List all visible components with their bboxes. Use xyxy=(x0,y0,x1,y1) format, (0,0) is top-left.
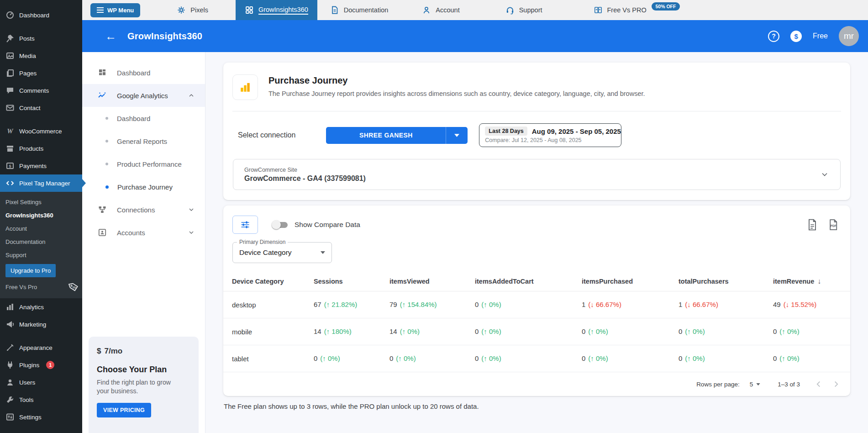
column-header-item-revenue[interactable]: itemRevenue ↓ xyxy=(773,277,850,285)
nav-label: General Reports xyxy=(117,137,167,145)
help-icon[interactable]: ? xyxy=(768,31,779,42)
column-header-items-added-to-cart[interactable]: itemsAddedToCart xyxy=(475,278,582,285)
metric-cell: 0(↑ 0%) xyxy=(582,354,679,363)
site-select[interactable]: GrowCommerce Site GrowCommerce - GA4 (33… xyxy=(233,159,841,190)
divider xyxy=(232,111,841,111)
sidebar-item-users[interactable]: Users xyxy=(0,374,82,391)
gauge-icon xyxy=(5,11,15,20)
date-range-picker[interactable]: Last 28 Days Aug 09, 2025 - Sep 05, 2025… xyxy=(479,123,621,147)
dropdown-arrow-icon xyxy=(756,383,760,385)
tab-account[interactable]: Account xyxy=(422,0,459,20)
sidebar-item-label: Analytics xyxy=(19,304,44,311)
avatar[interactable]: mr xyxy=(839,26,859,46)
export-pdf-icon[interactable]: PDF xyxy=(828,219,839,231)
discount-badge: 50% OFF xyxy=(652,2,680,11)
tab-label: Pixels xyxy=(190,6,208,14)
plan-upsell-card: $ 7/mo Choose Your Plan Find the right p… xyxy=(89,337,199,433)
sidebar-separator xyxy=(0,24,82,30)
submenu-item-support[interactable]: Support xyxy=(0,248,82,262)
view-pricing-button[interactable]: VIEW PRICING xyxy=(97,403,151,417)
sidebar-item-pages[interactable]: Pages xyxy=(0,64,82,82)
rows-per-page-select[interactable]: 5 xyxy=(750,381,761,388)
plugin-nav-purchase-journey[interactable]: Purchase Journey xyxy=(82,175,205,198)
sidebar-item-contact[interactable]: Contact xyxy=(0,99,82,116)
sidebar-item-marketing[interactable]: Marketing xyxy=(0,316,82,333)
box-icon xyxy=(5,144,15,153)
brush-icon xyxy=(5,343,15,352)
submenu-item-account[interactable]: Account xyxy=(0,222,82,235)
plan-badge: Free xyxy=(813,32,828,40)
page-description: The Purchase Journey report provides ins… xyxy=(268,90,645,97)
date-compare-value: Compare: Jul 12, 2025 - Aug 08, 2025 xyxy=(485,137,615,143)
next-page-icon[interactable] xyxy=(831,379,841,389)
sidebar-item-woocommerce[interactable]: W WooCommerce xyxy=(0,122,82,140)
plugin-workspace: Dashboard Google Analytics Dashboard Gen… xyxy=(82,52,868,433)
metric-cell: 0(↑ 0%) xyxy=(773,327,850,336)
previous-page-icon[interactable] xyxy=(814,379,824,389)
plugin-nav-connections[interactable]: Connections xyxy=(82,198,205,221)
column-header-device-category[interactable]: Device Category xyxy=(232,278,314,285)
sidebar-item-label: Comments xyxy=(19,87,49,94)
plan-card-subtitle: Find the right plan to grow your busines… xyxy=(97,378,177,396)
plugin-nav-general-reports[interactable]: General Reports xyxy=(82,130,205,153)
tab-label: Documentation xyxy=(344,6,389,14)
bullet-icon xyxy=(105,163,108,165)
sidebar-item-pixel-tag-manager[interactable]: Pixel Tag Manager xyxy=(0,174,82,192)
tab-documentation[interactable]: Documentation xyxy=(330,0,389,20)
sidebar-item-dashboard[interactable]: Dashboard xyxy=(0,6,82,24)
export-csv-icon[interactable] xyxy=(807,219,818,231)
primary-dimension-select[interactable]: Primary Dimension Device Category xyxy=(232,242,332,263)
date-range-row: Last 28 Days Aug 09, 2025 - Sep 05, 2025 xyxy=(485,127,615,136)
connection-select-button[interactable]: SHREE GANESH xyxy=(326,127,468,144)
sidebar-item-comments[interactable]: Comments xyxy=(0,82,82,99)
metric-cell: 0(↑ 0%) xyxy=(475,354,582,363)
plugin-nav-accounts[interactable]: Accounts xyxy=(82,221,205,244)
report-title-row: Purchase Journey The Purchase Journey re… xyxy=(223,74,850,100)
gear-icon xyxy=(177,5,186,15)
sidebar-item-analytics[interactable]: Analytics xyxy=(0,298,82,316)
site-select-label: GrowCommerce Site xyxy=(244,167,366,173)
table-row-desktop: desktop 67(↑ 21.82%) 79(↑ 154.84%) 0(↑ 0… xyxy=(223,291,850,318)
tab-label: GrowInsights360 xyxy=(258,6,308,15)
metric-cell: 79(↑ 154.84%) xyxy=(389,301,475,309)
column-header-items-viewed[interactable]: itemsViewed xyxy=(389,278,475,285)
submenu-item-growinsights360[interactable]: GrowInsights360 xyxy=(0,209,82,222)
compare-data-toggle[interactable] xyxy=(272,220,288,229)
plugin-nav-dashboard[interactable]: Dashboard xyxy=(82,61,205,84)
column-header-sessions[interactable]: Sessions xyxy=(314,278,389,285)
sidebar-item-posts[interactable]: Posts xyxy=(0,30,82,47)
tab-pixels[interactable]: Pixels xyxy=(177,0,208,20)
nav-label: Connections xyxy=(117,206,155,214)
wp-menu-button[interactable]: WP Menu xyxy=(90,3,140,17)
sidebar-item-payments[interactable]: $ Payments xyxy=(0,157,82,174)
submenu-item-pixel-settings[interactable]: Pixel Settings xyxy=(0,195,82,209)
sidebar-item-products[interactable]: Products xyxy=(0,140,82,157)
plugin-nav-google-analytics[interactable]: Google Analytics xyxy=(82,84,205,107)
metric-cell: 14(↑ 0%) xyxy=(389,327,475,336)
plugin-nav-product-performance[interactable]: Product Performance xyxy=(82,153,205,175)
submenu-item-free-vs-pro[interactable]: Free Vs Pro % xyxy=(0,279,82,294)
pagination-range: 1–3 of 3 xyxy=(778,381,800,388)
plan-card-title: Choose Your Plan xyxy=(97,365,190,375)
tab-support[interactable]: Support xyxy=(505,0,542,20)
column-header-items-purchased[interactable]: itemsPurchased xyxy=(582,278,679,285)
sidebar-item-tools[interactable]: Tools xyxy=(0,391,82,408)
column-header-total-purchasers[interactable]: totalPurchasers xyxy=(679,278,773,285)
filter-tune-button[interactable] xyxy=(232,216,258,234)
tab-growinsights360[interactable]: GrowInsights360 xyxy=(236,0,317,20)
submenu-item-documentation[interactable]: Documentation xyxy=(0,235,82,248)
tab-free-vs-pro[interactable]: Free Vs PRO 50% OFF xyxy=(594,0,647,20)
billing-dollar-icon[interactable]: $ xyxy=(790,31,802,42)
metric-cell: 67(↑ 21.82%) xyxy=(314,301,389,309)
sidebar-item-media[interactable]: Media xyxy=(0,47,82,64)
svg-text:$: $ xyxy=(9,164,11,169)
sidebar-item-appearance[interactable]: Appearance xyxy=(0,339,82,356)
plugin-nav-ga-dashboard[interactable]: Dashboard xyxy=(82,107,205,130)
sidebar-item-settings[interactable]: Settings xyxy=(0,408,82,426)
sidebar-item-plugins[interactable]: Plugins 1 xyxy=(0,356,82,374)
tune-icon xyxy=(240,219,251,230)
sidebar-item-label: Pages xyxy=(19,70,37,77)
report-bar-chart-icon xyxy=(232,74,258,100)
upgrade-to-pro-button[interactable]: Upgrade to Pro xyxy=(5,264,56,277)
back-arrow-icon[interactable]: ← xyxy=(105,31,116,42)
